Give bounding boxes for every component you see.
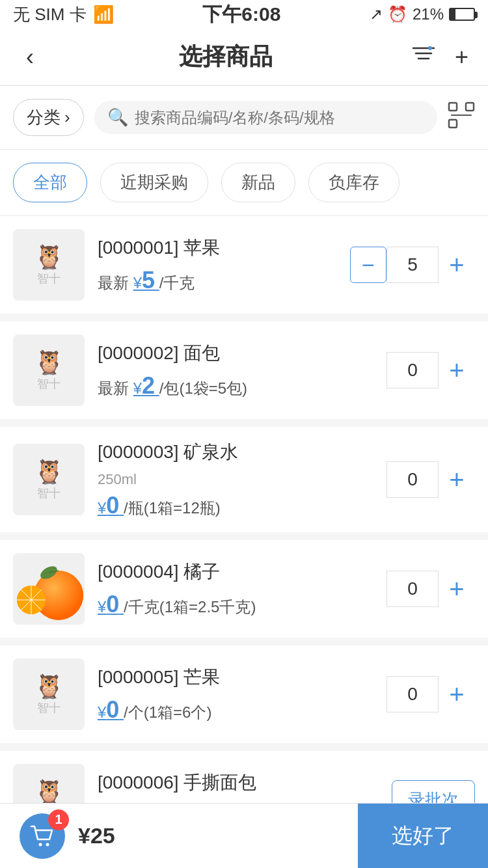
product-name-0000005: [0000005] 芒果 [98, 665, 373, 690]
svg-point-18 [39, 843, 42, 846]
product-price-0000004: ¥0 /千克(1箱=2.5千克) [98, 591, 373, 618]
product-info-0000003: [0000003] 矿泉水 250ml ¥0 /瓶(1箱=12瓶) [85, 440, 386, 519]
price-unit: /个(1箱=6个) [124, 703, 211, 721]
location-icon: ↗ [370, 5, 383, 23]
product-image-0000002: 🦉 智十 [13, 334, 85, 406]
search-area: 分类 › 🔍 [0, 86, 488, 150]
cart-total: ¥25 [78, 823, 115, 848]
product-info-0000004: [0000004] 橘子 ¥0 /千克(1箱=2.5千克) [85, 560, 386, 618]
owl-label: 智十 [37, 376, 61, 392]
product-name-0000004: [0000004] 橘子 [98, 560, 373, 584]
search-input[interactable] [135, 109, 424, 127]
quantity-input-0000005[interactable] [386, 676, 439, 712]
currency-symbol: ¥ [98, 598, 106, 616]
status-right: ↗ ⏰ 21% [370, 5, 475, 23]
wifi-icon: 📶 [93, 5, 114, 25]
carrier-text: 无 SIM 卡 [13, 3, 87, 26]
status-left: 无 SIM 卡 📶 [13, 3, 114, 26]
product-item-0000003: 🦉 智十 [0000003] 矿泉水 250ml ¥0 /瓶(1箱=12瓶) + [0, 427, 488, 532]
quantity-plus-0000001[interactable]: + [439, 247, 475, 283]
cart-button[interactable]: 1 [20, 813, 65, 859]
product-price-0000003: ¥0 /瓶(1箱=12瓶) [98, 492, 373, 519]
owl-icon: 🦉 [34, 243, 64, 271]
cart-badge: 1 [48, 809, 69, 830]
filter-button[interactable] [412, 44, 435, 71]
product-image-0000004 [13, 553, 85, 625]
quantity-input-0000002[interactable] [386, 352, 439, 388]
currency-symbol: ¥ [98, 703, 106, 721]
quantity-control-0000004: + [386, 571, 475, 607]
product-image-0000001: 🦉 智十 [13, 229, 85, 301]
status-time: 下午6:08 [202, 1, 280, 28]
product-item-0000005: 🦉 智十 [0000005] 芒果 ¥0 /个(1箱=6个) + [0, 645, 488, 743]
product-name-0000001: [0000001] 苹果 [98, 236, 337, 260]
product-info-0000001: [0000001] 苹果 最新 ¥5 /千克 [85, 236, 350, 294]
quantity-plus-0000003[interactable]: + [439, 461, 475, 498]
price-number: 5 [142, 267, 155, 293]
price-number: 0 [106, 696, 119, 723]
quantity-plus-0000005[interactable]: + [439, 676, 475, 712]
nav-actions: + [412, 44, 468, 71]
tab-negative[interactable]: 负库存 [308, 163, 400, 202]
back-button[interactable]: ‹ [20, 37, 40, 77]
confirm-button[interactable]: 选好了 [358, 804, 488, 869]
product-info-0000005: [0000005] 芒果 ¥0 /个(1箱=6个) [85, 665, 386, 724]
svg-point-19 [46, 843, 49, 846]
svg-rect-4 [449, 103, 457, 111]
product-name-0000002: [0000002] 面包 [98, 341, 373, 366]
product-name-0000003: [0000003] 矿泉水 [98, 440, 373, 465]
price-unit: /包(1袋=5包) [159, 379, 247, 397]
quantity-control-0000001: − + [350, 247, 475, 283]
product-name-0000006: [0000006] 手撕面包 [98, 770, 379, 795]
battery-percent: 21% [413, 5, 444, 23]
add-button[interactable]: + [455, 44, 468, 71]
battery-icon [449, 8, 475, 21]
price-number: 0 [106, 591, 119, 617]
price-label: 最新 [98, 274, 133, 292]
quantity-input-0000003[interactable] [386, 461, 439, 498]
svg-point-3 [428, 46, 432, 50]
price-unit: /千克 [159, 274, 195, 292]
filter-tabs: 全部 近期采购 新品 负库存 [0, 150, 488, 216]
owl-label: 智十 [37, 271, 61, 286]
price-label: 最新 [98, 379, 133, 397]
search-box: 🔍 [94, 101, 437, 134]
product-image-0000005: 🦉 智十 [13, 658, 85, 730]
category-button[interactable]: 分类 › [13, 99, 84, 136]
quantity-plus-0000002[interactable]: + [439, 352, 475, 388]
status-bar: 无 SIM 卡 📶 下午6:08 ↗ ⏰ 21% [0, 0, 488, 29]
owl-label: 智十 [37, 485, 61, 501]
tab-recent[interactable]: 近期采购 [100, 163, 208, 202]
product-spec-0000003: 250ml [98, 471, 373, 488]
quantity-control-0000003: + [386, 461, 475, 498]
owl-icon: 🦉 [34, 673, 64, 700]
owl-label: 智十 [37, 700, 61, 716]
alarm-icon: ⏰ [388, 5, 407, 23]
svg-rect-5 [466, 103, 474, 111]
price-unit: /千克(1箱=2.5千克) [124, 598, 256, 616]
product-list: 🦉 智十 [0000001] 苹果 最新 ¥5 /千克 − + 🦉 [0, 216, 488, 868]
product-item-0000004: [0000004] 橘子 ¥0 /千克(1箱=2.5千克) + [0, 540, 488, 638]
product-price-0000005: ¥0 /个(1箱=6个) [98, 696, 373, 724]
product-item-0000002: 🦉 智十 [0000002] 面包 最新 ¥2 /包(1袋=5包) + [0, 321, 488, 419]
svg-rect-6 [449, 120, 457, 128]
currency-symbol: ¥ [98, 499, 106, 517]
price-number: 2 [142, 372, 155, 399]
quantity-minus-0000001[interactable]: − [350, 247, 386, 283]
price-value: ¥0 [98, 703, 124, 721]
product-price-0000002: 最新 ¥2 /包(1袋=5包) [98, 372, 373, 400]
bottom-bar: 1 ¥25 选好了 [0, 803, 488, 868]
page-title: 选择商品 [179, 41, 273, 73]
currency-symbol: ¥ [133, 379, 142, 397]
owl-icon: 🦉 [34, 458, 64, 485]
quantity-input-0000004[interactable] [386, 571, 439, 607]
quantity-plus-0000004[interactable]: + [439, 571, 475, 607]
quantity-input-0000001[interactable] [386, 247, 439, 283]
tab-new[interactable]: 新品 [221, 163, 295, 202]
price-value: ¥0 [98, 598, 124, 616]
scan-button[interactable] [448, 102, 475, 133]
product-item-0000001: 🦉 智十 [0000001] 苹果 最新 ¥5 /千克 − + [0, 216, 488, 314]
category-arrow: › [64, 107, 70, 128]
tab-all[interactable]: 全部 [13, 163, 87, 202]
product-image-0000003: 🦉 智十 [13, 444, 85, 515]
